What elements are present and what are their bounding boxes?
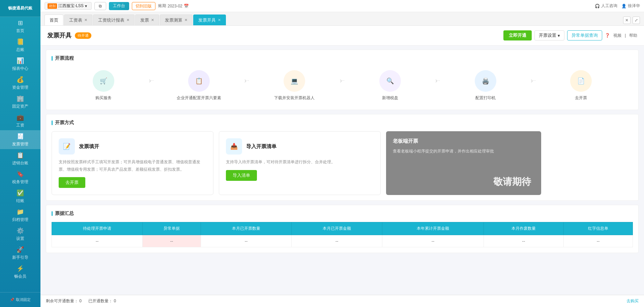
svg-text:📥: 📥	[230, 143, 238, 150]
calendar-icon: 📅	[184, 4, 189, 8]
page-actions: 立即开通 开票设置 ▾ 异常单据查询 ❓ 视频 | 帮助	[503, 30, 637, 40]
tab-home[interactable]: 首页	[45, 15, 63, 25]
tab-invoice-open-close[interactable]: ✕	[218, 18, 221, 22]
col-abnormal: 异常单据	[142, 222, 201, 235]
import-list-desc: 支持导入待开票清单，可对待开票清单进行拆分、合并处理。	[226, 159, 374, 166]
step-issue-invoice-label: 去开票	[575, 95, 587, 101]
manual-fill-card: 📝 发票填开 支持按照发票样式手工填写开发票；可开具增值税电子普通发票、增值税普…	[52, 131, 213, 195]
arrow-2: ›	[244, 77, 247, 94]
purchase-link[interactable]: 去购买	[626, 298, 639, 304]
company-selector[interactable]: 劝别 江西服宝-LSS ▾	[45, 2, 92, 10]
opened-label: 已开通数量： 0	[88, 298, 116, 304]
tab-salary-label: 工资表	[69, 17, 82, 23]
period-value: 2023-02	[168, 4, 182, 8]
tab-invoice-calc[interactable]: 发票测算 ✕	[160, 15, 193, 25]
immediate-open-button[interactable]: 立即开通	[503, 30, 532, 40]
page-title-row: 发票开具 待开通	[47, 31, 91, 39]
step-config-printer[interactable]: 🖨️ 配置打印机	[440, 70, 530, 101]
sidebar-item-label: 发票管理	[12, 141, 28, 147]
tab-salary-close[interactable]: ✕	[84, 18, 87, 22]
step-add-taxboard[interactable]: 🔍 新增税盘	[345, 70, 435, 101]
svg-text:🔍: 🔍	[386, 77, 394, 85]
tab-controls: ✕ ⤢	[623, 17, 640, 25]
dots-4: ‧‧	[437, 78, 440, 93]
tab-salary[interactable]: 工资表 ✕	[64, 15, 92, 25]
sidebar-item-funds[interactable]: 💰 资金管理	[0, 74, 40, 92]
user-icon: 👤	[621, 4, 626, 8]
step-download-robot[interactable]: 💻 下载并安装开票机器人	[249, 70, 340, 101]
period-label: 账期	[158, 3, 166, 9]
import-list-button[interactable]: 导入清单	[226, 170, 257, 181]
import-list-header: 📥 导入开票清单	[226, 138, 374, 155]
archive-icon: 📁	[17, 208, 24, 216]
company-tag: 劝别	[48, 3, 57, 9]
manual-fill-button[interactable]: 去开票	[59, 177, 85, 188]
invoice-methods-section: 开票方式 📝 发票填开 支持按照发票样式手工填写开发票；可开具增值税电子普通发票	[46, 114, 639, 201]
sidebar-item-reports[interactable]: 📊 报表中心	[0, 55, 40, 74]
user-area[interactable]: 👤 徐泽华	[621, 3, 640, 9]
company-name: 江西服宝-LSS	[58, 3, 84, 9]
tab-invoice-calc-close[interactable]: ✕	[184, 18, 187, 22]
sidebar-item-label: 税务管理	[12, 179, 28, 185]
step-enterprise-config[interactable]: 📋 企业开通配置开票六要素	[154, 70, 244, 101]
bottom-bar: 剩余可开通数量： 0 已开通数量： 0 去购买	[40, 295, 644, 307]
dots-1: ‧‧	[151, 78, 154, 93]
col-yearly-amount: 本年累计开票金额	[382, 222, 484, 235]
svg-text:📋: 📋	[195, 77, 203, 85]
step-buy-service[interactable]: 🛒 购买服务	[58, 70, 149, 101]
tab-expand[interactable]: ⤢	[633, 17, 640, 24]
old-terminal-desc: 查看老板端小程序提交的开票申请，并作出相应处理审批	[393, 148, 534, 155]
sidebar-item-purchase-sales[interactable]: 📋 进销台账	[0, 149, 40, 168]
unpin-button[interactable]: 📌 取消固定	[0, 295, 40, 304]
step-issue-invoice[interactable]: 📄 去开票	[536, 70, 626, 101]
sidebar-item-archive[interactable]: 📁 归档管理	[0, 206, 40, 225]
sidebar-item-ledger[interactable]: 📒 总账	[0, 36, 40, 55]
sidebar-item-label: 归档管理	[12, 217, 28, 223]
open-settings-button[interactable]: 开票设置 ▾	[534, 30, 564, 40]
sidebar-item-settlement[interactable]: ✅ 结账	[0, 187, 40, 206]
old-terminal-card: 老板端开票 查看老板端小程序提交的开票申请，并作出相应处理审批 敬请期待	[386, 131, 541, 195]
app-name: 畅捷通易代账	[8, 5, 32, 11]
step-config-printer-icon: 🖨️	[475, 70, 496, 92]
step-buy-service-icon: 🛒	[93, 70, 114, 92]
sidebar-item-salary[interactable]: 💼 工资	[0, 111, 40, 130]
status-badge: 待开通	[75, 32, 91, 39]
tab-invoice-open[interactable]: 发票开具 ✕	[193, 15, 226, 25]
summary-data-row: -- -- -- -- -- -- --	[52, 235, 633, 247]
arrow-4: ›	[435, 77, 438, 94]
abnormal-query-button[interactable]: 异常单据查询	[567, 30, 602, 40]
tax-icon: 🔖	[17, 170, 24, 178]
tab-invoice-close[interactable]: ✕	[151, 18, 154, 22]
dropdown-icon: ▾	[85, 4, 87, 8]
svg-text:🛒: 🛒	[100, 77, 108, 85]
service-button[interactable]: 🎧 人工咨询	[595, 3, 617, 9]
sidebar-item-home[interactable]: ⊞ 首页	[0, 17, 40, 36]
topbar-right: 🎧 人工咨询 👤 徐泽华	[595, 3, 640, 9]
tab-salary-stats[interactable]: 工资统计报表 ✕	[93, 15, 135, 25]
sidebar-item-label: 总账	[16, 47, 24, 53]
sidebar-item-tax[interactable]: 🔖 税务管理	[0, 168, 40, 187]
sidebar-bottom: 📌 取消固定	[0, 292, 40, 307]
tab-close-all[interactable]: ✕	[623, 17, 631, 24]
col-pending: 待处理开票申请	[52, 222, 143, 235]
val-abnormal: --	[142, 235, 201, 247]
workspace-button[interactable]: 工作台	[109, 2, 129, 10]
sidebar-item-settings[interactable]: ⚙️ 设置	[0, 225, 40, 244]
tab-invoice[interactable]: 发票 ✕	[135, 15, 159, 25]
coming-soon-text: 敬请期待	[493, 175, 531, 188]
sidebar-item-label: 首页	[16, 28, 24, 34]
guide-icon: 🚀	[17, 246, 24, 253]
switch-old-button[interactable]: 切到旧版	[132, 2, 155, 10]
tab-invoice-calc-label: 发票测算	[165, 17, 182, 23]
step-config-printer-label: 配置打印机	[475, 95, 496, 101]
settlement-icon: ✅	[17, 189, 24, 197]
sidebar-item-guide[interactable]: 🚀 新手引导	[0, 244, 40, 262]
sidebar-item-assets[interactable]: 🏢 固定资产	[0, 92, 40, 111]
sidebar-item-member[interactable]: ⚡ 畅会员	[0, 262, 40, 281]
manual-fill-title: 发票填开	[79, 143, 99, 150]
tab-salary-stats-close[interactable]: ✕	[126, 18, 129, 22]
sidebar-item-invoice-mgmt[interactable]: 🧾 发票管理	[0, 130, 40, 149]
dots-5: ‧‧	[533, 78, 536, 93]
copy-button[interactable]: ⧉	[94, 2, 106, 10]
process-title: 开票流程	[52, 55, 633, 61]
